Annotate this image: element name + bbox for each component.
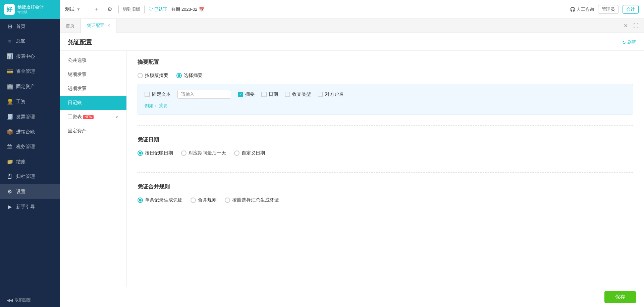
funds-icon: 💳 — [7, 68, 13, 75]
closing-icon: 📁 — [7, 159, 13, 165]
summary-section-title: 摘要配置 — [138, 59, 633, 66]
sidebar-item-ledger[interactable]: ≡ 总账 — [0, 34, 60, 49]
sidebar-label-reports: 报表中心 — [16, 53, 35, 59]
radio-merge-rule[interactable]: 合并规则 — [191, 197, 217, 203]
left-nav-payroll[interactable]: 工资表 NEW ∨ — [60, 110, 126, 124]
certified-status: 🛡 已认证 — [149, 6, 167, 12]
sidebar-item-home[interactable]: ⊞ 首页 — [0, 19, 60, 34]
merge-radio-group: 单条记录生成凭证 合并规则 按照选择汇总生成凭证 — [138, 197, 633, 203]
sidebar-item-archive[interactable]: 🗄 归档管理 — [0, 169, 60, 184]
page-title: 凭证配置 — [68, 38, 92, 46]
sidebar-label-invoice-mgmt: 发票管理 — [16, 114, 35, 120]
sidebar-label-archive: 归档管理 — [16, 174, 35, 180]
date-checkbox-label: 日期 — [269, 91, 278, 97]
left-nav-fixed-assets[interactable]: 固定资产 — [60, 124, 126, 138]
archive-icon: 🗄 — [7, 174, 13, 180]
sidebar-item-funds[interactable]: 💳 资金管理 — [0, 64, 60, 79]
left-nav-sales[interactable]: 销项发票 — [60, 68, 126, 82]
sidebar-label-ledger: 总账 — [16, 38, 25, 44]
sidebar-label-tax: 税务管理 — [16, 144, 35, 150]
radio-custom-date[interactable]: 自定义日期 — [234, 150, 265, 156]
left-nav-purchase[interactable]: 进项发票 — [60, 82, 126, 96]
left-nav-payroll-label: 工资表 — [68, 114, 82, 120]
calendar-icon[interactable]: 📅 — [199, 7, 204, 12]
company-dropdown-icon: ▼ — [76, 7, 80, 12]
radio-select-merge-label: 按照选择汇总生成凭证 — [232, 197, 279, 203]
date-section-title: 凭证日期 — [138, 136, 633, 143]
company-name: 测试 — [65, 6, 74, 12]
main-area: 测试 ▼ ＋ ⚙ 切到旧版 🛡 已认证 账期 2023-02 📅 🎧 人工咨询 … — [60, 0, 644, 307]
radio-journal-date[interactable]: 按日记账日期 — [138, 150, 173, 156]
tab-home[interactable]: 首页 — [60, 19, 81, 33]
support-button[interactable]: 🎧 人工咨询 — [570, 6, 594, 12]
refresh-label: 刷新 — [627, 39, 636, 45]
summary-options-box: 固定文本 ✓ 摘要 日期 — [138, 84, 633, 115]
income-type-label: 收支类型 — [292, 91, 311, 97]
radio-single-record-circle — [138, 198, 143, 203]
sidebar-item-tax[interactable]: 🏛 税务管理 — [0, 139, 60, 154]
fullscreen-button[interactable]: ⛶ — [632, 21, 640, 30]
sales-ledger-icon: 📦 — [7, 129, 13, 135]
sidebar-item-settings[interactable]: ⚙ 设置 — [0, 184, 60, 199]
right-content: 摘要配置 按模版摘要 选择摘要 — [127, 51, 644, 287]
radio-template-circle — [138, 73, 143, 78]
radio-select-merge[interactable]: 按照选择汇总生成凭证 — [225, 197, 279, 203]
close-window-button[interactable]: ✕ — [622, 21, 629, 30]
left-nav-fixed-assets-label: 固定资产 — [68, 128, 87, 133]
left-nav-public-label: 公共选项 — [68, 57, 87, 63]
settings-gear-button[interactable]: ⚙ — [105, 5, 114, 14]
left-nav-public[interactable]: 公共选项 — [60, 53, 126, 68]
sidebar: 好 畅捷通好会计 专业版 ⊞ 首页 ≡ 总账 📊 报表中心 💳 资金管理 🏢 固… — [0, 0, 60, 307]
radio-single-record[interactable]: 单条记录生成凭证 — [138, 197, 182, 203]
admin-tag[interactable]: 管理员 — [598, 5, 619, 14]
content-body: 公共选项 销项发票 进项发票 日记账 工资表 NEW ∨ 固定资产 — [60, 51, 644, 287]
payroll-icon: 👷 — [7, 98, 13, 105]
sidebar-item-sales-ledger[interactable]: 📦 进销台账 — [0, 124, 60, 139]
summary-checkbox-label: 摘要 — [245, 91, 255, 97]
sidebar-item-reports[interactable]: 📊 报表中心 — [0, 49, 60, 64]
sidebar-label-settings: 设置 — [16, 189, 25, 195]
sidebar-item-invoice-mgmt[interactable]: 🧾 发票管理 — [0, 109, 60, 124]
date-section: 凭证日期 按日记账日期 对应期间最后一天 自定义日期 — [138, 136, 633, 173]
fixed-text-label: 固定文本 — [152, 91, 171, 97]
sidebar-item-guide[interactable]: ▶ 新手引导 — [0, 199, 60, 214]
add-button[interactable]: ＋ — [92, 5, 101, 14]
fixed-text-input[interactable] — [177, 90, 231, 99]
sidebar-label-home: 首页 — [16, 24, 25, 30]
sidebar-item-fixed-assets[interactable]: 🏢 固定资产 — [0, 79, 60, 94]
expand-payroll-icon: ∨ — [115, 115, 118, 119]
radio-period-last[interactable]: 对应期间最后一天 — [181, 150, 226, 156]
period-value: 2023-02 — [181, 7, 198, 12]
tab-close-button[interactable]: × — [108, 23, 110, 28]
home-icon: ⊞ — [7, 23, 13, 30]
save-button[interactable]: 保存 — [604, 291, 636, 303]
period-text: 账期 — [171, 6, 180, 12]
checkbox-summary[interactable]: ✓ 摘要 — [238, 91, 255, 97]
refresh-button[interactable]: ↻ 刷新 — [622, 39, 636, 45]
checkbox-income-type[interactable]: 收支类型 — [285, 91, 311, 97]
radio-template-summary[interactable]: 按模版摘要 — [138, 73, 168, 79]
new-badge: NEW — [83, 115, 94, 119]
switch-old-version-button[interactable]: 切到旧版 — [118, 5, 145, 14]
checkbox-date[interactable]: 日期 — [261, 91, 278, 97]
radio-select-merge-circle — [225, 198, 230, 203]
radio-select-circle — [176, 73, 182, 78]
sidebar-item-closing[interactable]: 📁 结账 — [0, 154, 60, 169]
company-selector[interactable]: 测试 ▼ — [65, 6, 80, 12]
income-type-checkbox — [285, 92, 290, 97]
sidebar-label-sales-ledger: 进销台账 — [16, 129, 35, 135]
tab-voucher-config[interactable]: 凭证配置 × — [81, 19, 116, 33]
sidebar-item-payroll[interactable]: 👷 工资 — [0, 94, 60, 109]
accountant-tag[interactable]: 会计 — [623, 5, 639, 14]
left-nav-journal-label: 日记账 — [68, 100, 82, 105]
left-nav-journal[interactable]: 日记账 — [60, 96, 126, 110]
date-checkbox — [261, 92, 267, 97]
radio-period-last-circle — [181, 150, 186, 156]
checkbox-fixed-text[interactable]: 固定文本 — [145, 91, 171, 97]
date-radio-group: 按日记账日期 对应期间最后一天 自定义日期 — [138, 150, 633, 156]
checkbox-counterpart[interactable]: 对方户名 — [318, 91, 344, 97]
sidebar-footer[interactable]: ◀◀ 取消固定 — [0, 293, 60, 307]
radio-select-summary[interactable]: 选择摘要 — [176, 73, 203, 79]
tab-voucher-config-label: 凭证配置 — [87, 23, 104, 29]
period-display: 账期 2023-02 📅 — [171, 6, 204, 12]
